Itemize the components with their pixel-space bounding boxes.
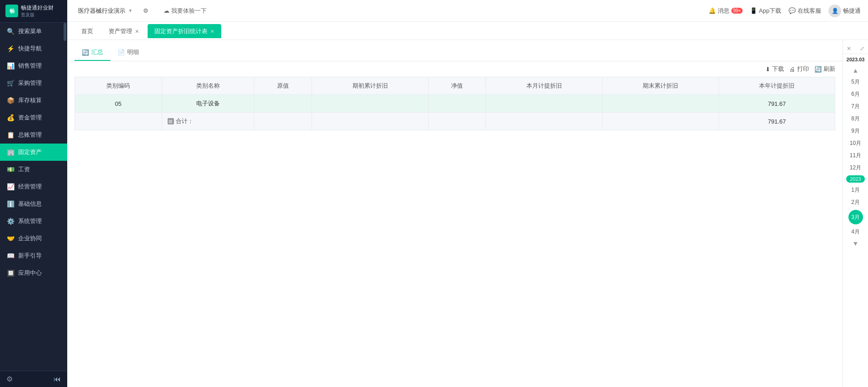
month-item[interactable]: 2月 xyxy=(843,196,868,208)
print-icon: 🖨 xyxy=(789,66,795,73)
sidebar-item-app-center[interactable]: 🔲 应用中心 xyxy=(0,264,67,282)
col-net: 净值 xyxy=(428,77,486,95)
tab-depreciation[interactable]: 固定资产折旧统计表 ✕ xyxy=(148,24,221,38)
sales-icon: 📊 xyxy=(6,62,15,70)
month-item[interactable]: 10月 xyxy=(843,137,868,149)
sidebar: 畅 畅捷通好业财 普及版 🔍 搜索菜单 ⚡ 快捷导航 📊 销售管理 🛒 采购管理… xyxy=(0,0,67,387)
row-name: 电子设备 xyxy=(162,95,254,113)
month-item[interactable]: 7月 xyxy=(843,100,868,113)
month-item[interactable]: 12月 xyxy=(843,162,868,174)
panel-close-icon[interactable]: ✕ xyxy=(847,45,851,52)
sidebar-item-sales[interactable]: 📊 销售管理 xyxy=(0,57,67,74)
panel-header: ✕ ⤢ xyxy=(843,44,868,54)
sidebar-item-inventory[interactable]: 📦 库存核算 xyxy=(0,92,67,109)
app-center-icon: 🔲 xyxy=(6,269,15,277)
app-download-btn[interactable]: 📱 App下载 xyxy=(750,7,781,15)
sidebar-label-inventory: 库存核算 xyxy=(18,96,42,104)
sidebar-label-system: 系统管理 xyxy=(18,217,42,225)
top-header: 医疗器械行业演示 ▼ ⚙ ☁ 我要体验一下 🔔 消息 99+ 📱 App下载 💬… xyxy=(67,0,868,22)
month-item[interactable]: 8月 xyxy=(843,113,868,125)
notification-btn[interactable]: 🔔 消息 99+ xyxy=(709,7,743,15)
panel-month-list: ▲ 5月6月7月8月9月10月11月12月20231月2月3月4月▼ xyxy=(843,65,868,383)
refresh-label: 刷新 xyxy=(823,65,835,73)
sidebar-item-ledger[interactable]: 📋 总账管理 xyxy=(0,126,67,144)
download-icon: ⬇ xyxy=(765,66,770,73)
basic-info-icon: ℹ️ xyxy=(6,200,15,208)
sidebar-label-app-center: 应用中心 xyxy=(18,269,42,277)
sidebar-item-system[interactable]: ⚙️ 系统管理 xyxy=(0,213,67,230)
tab-bar: 首页 资产管理 ✕ 固定资产折旧统计表 ✕ xyxy=(67,22,868,40)
sidebar-item-search[interactable]: 🔍 搜索菜单 xyxy=(0,23,67,40)
sidebar-label-enterprise: 企业协同 xyxy=(18,234,42,243)
sidebar-item-quick-nav[interactable]: ⚡ 快捷导航 xyxy=(0,40,67,57)
ledger-icon: 📋 xyxy=(6,131,15,139)
download-label: 下载 xyxy=(772,65,784,73)
header-right: 🔔 消息 99+ 📱 App下载 💬 在线客服 👤 畅捷通 xyxy=(709,5,861,17)
download-btn[interactable]: ⬇ 下载 xyxy=(765,65,784,73)
refresh-icon: 🔄 xyxy=(814,66,822,73)
total-annual: 791.67 xyxy=(719,113,835,130)
sidebar-item-basic-info[interactable]: ℹ️ 基础信息 xyxy=(0,195,67,213)
tab-asset-mgmt[interactable]: 资产管理 ✕ xyxy=(102,24,146,38)
tab-home[interactable]: 首页 xyxy=(74,24,100,38)
sub-tab-detail[interactable]: 📄 明细 xyxy=(110,45,146,61)
content-area: 🔄 汇总 📄 明细 ⬇ 下载 🖨 打印 🔄 xyxy=(67,40,843,387)
app-download-icon: 📱 xyxy=(750,7,757,14)
online-support-btn[interactable]: 💬 在线客服 xyxy=(789,7,821,15)
sidebar-item-purchase[interactable]: 🛒 采购管理 xyxy=(0,74,67,92)
close-asset-mgmt-tab-icon[interactable]: ✕ xyxy=(135,29,139,35)
support-label: 在线客服 xyxy=(798,7,821,15)
sidebar-label-sales: 销售管理 xyxy=(18,62,42,70)
collapse-sidebar-icon[interactable]: ⏮ xyxy=(54,375,61,383)
payroll-icon: 💵 xyxy=(6,165,15,174)
month-item[interactable]: 9月 xyxy=(843,125,868,137)
settings-footer-icon[interactable]: ⚙ xyxy=(6,375,13,383)
refresh-btn[interactable]: 🔄 刷新 xyxy=(814,65,835,73)
sidebar-item-operations[interactable]: 📈 经营管理 xyxy=(0,178,67,195)
sidebar-label-fixed-assets: 固定资产 xyxy=(18,148,42,156)
month-item[interactable]: 3月 xyxy=(848,210,863,224)
col-monthly: 本月计提折旧 xyxy=(486,77,602,95)
experience-icon: ☁ xyxy=(164,7,169,14)
tab-asset-mgmt-label: 资产管理 xyxy=(109,27,132,35)
close-depreciation-tab-icon[interactable]: ✕ xyxy=(210,29,214,35)
sidebar-item-enterprise[interactable]: 🤝 企业协同 xyxy=(0,230,67,247)
total-net xyxy=(428,113,486,130)
sidebar-item-fixed-assets[interactable]: 🏢 固定资产 xyxy=(0,144,67,161)
support-icon: 💬 xyxy=(789,7,796,14)
depreciation-table: 类别编码 类别名称 原值 期初累计折旧 净值 本月计提折旧 期末累计折旧 本年计… xyxy=(74,77,835,130)
panel-nav-down[interactable]: ▼ xyxy=(851,238,861,249)
sub-tabs: 🔄 汇总 📄 明细 xyxy=(67,40,843,61)
company-dropdown-arrow: ▼ xyxy=(128,8,133,13)
experience-btn[interactable]: ☁ 我要体验一下 xyxy=(160,5,210,17)
month-item[interactable]: 6月 xyxy=(843,88,868,100)
sidebar-item-payroll[interactable]: 💵 工资 xyxy=(0,161,67,178)
user-name: 畅捷通 xyxy=(843,7,861,15)
table-total-row: ▤ 合计： 791.67 xyxy=(75,113,835,130)
panel-nav-up[interactable]: ▲ xyxy=(851,65,861,76)
user-menu-btn[interactable]: 👤 畅捷通 xyxy=(828,5,861,17)
sidebar-item-finance[interactable]: 💰 资金管理 xyxy=(0,109,67,126)
row-code: 05 xyxy=(75,95,162,113)
col-initial-accum: 期初累计折旧 xyxy=(312,77,428,95)
header-settings-btn[interactable]: ⚙ xyxy=(139,4,153,18)
col-original: 原值 xyxy=(254,77,312,95)
panel-expand-icon[interactable]: ⤢ xyxy=(860,45,864,52)
month-item[interactable]: 4月 xyxy=(843,226,868,238)
month-item[interactable]: 1月 xyxy=(843,184,868,196)
sidebar-label-finance: 资金管理 xyxy=(18,114,42,122)
company-name: 医疗器械行业演示 xyxy=(78,7,125,15)
company-selector[interactable]: 医疗器械行业演示 ▼ xyxy=(74,5,136,17)
toolbar: ⬇ 下载 🖨 打印 🔄 刷新 xyxy=(67,61,843,77)
month-item[interactable]: 5月 xyxy=(843,76,868,88)
year-badge[interactable]: 2023 xyxy=(846,175,864,183)
app-download-label: App下载 xyxy=(759,7,781,15)
sidebar-label-purchase: 采购管理 xyxy=(18,79,42,87)
purchase-icon: 🛒 xyxy=(6,79,15,87)
print-btn[interactable]: 🖨 打印 xyxy=(789,65,809,73)
sidebar-footer: ⚙ ⏮ xyxy=(0,371,67,387)
sub-tab-summary[interactable]: 🔄 汇总 xyxy=(74,45,110,61)
sidebar-item-guide[interactable]: 📖 新手引导 xyxy=(0,247,67,264)
month-item[interactable]: 11月 xyxy=(843,149,868,162)
sidebar-label-ledger: 总账管理 xyxy=(18,131,42,139)
